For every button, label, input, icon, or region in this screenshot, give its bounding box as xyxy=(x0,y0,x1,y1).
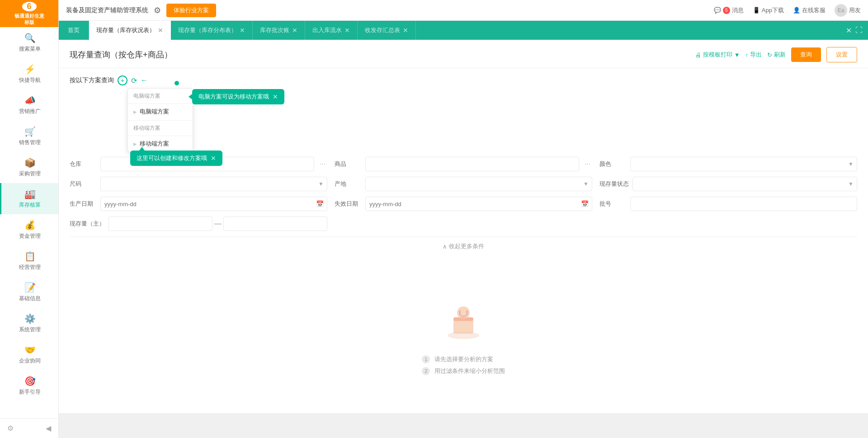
message-icon: 💬 xyxy=(714,7,721,14)
content-area: 现存量查询（按仓库+商品） 🖨 按模板打印 ▼ ↑ 导出 ↻ 刷新 xyxy=(59,40,868,438)
scheme-item-pc[interactable]: ▶ 电脑端方案 xyxy=(128,104,193,119)
scheme-group-mobile: 移动端方案 xyxy=(128,120,193,136)
search-icon: 🔍 xyxy=(24,33,36,43)
connector-dot xyxy=(175,81,179,85)
sidebar-item-warehouse[interactable]: 🏭 库存核算 xyxy=(0,183,58,214)
tab-spacer xyxy=(416,21,840,40)
print-arrow-icon: ▼ xyxy=(734,52,740,58)
close-all-tabs-icon[interactable]: ✕ xyxy=(846,26,852,35)
filter-field-stock-qty: 现存量（主） — xyxy=(70,217,327,231)
tab-batch-account[interactable]: 库存批次账 ✕ xyxy=(253,21,305,40)
message-button[interactable]: 💬 6 消息 xyxy=(714,6,744,14)
back-arrow-icon[interactable]: ← xyxy=(141,76,148,85)
scheme-item-mobile[interactable]: ▶ 移动端方案 xyxy=(128,136,193,151)
filter-row-4: 现存量（主） — xyxy=(70,217,857,231)
refresh-scheme-icon[interactable]: ⟳ xyxy=(131,76,137,85)
box-icon: 📦 xyxy=(24,157,36,168)
filter-row-2: 尺码 ▼ 产地 ▼ xyxy=(70,177,857,191)
sidebar-item-system[interactable]: ⚙️ 系统管理 xyxy=(0,308,58,339)
print-icon: 🖨 xyxy=(695,52,701,58)
origin-select[interactable] xyxy=(365,177,592,191)
settings-icon[interactable]: ⚙ xyxy=(7,424,14,433)
sidebar-item-enterprise[interactable]: 🤝 企业协同 xyxy=(0,339,58,370)
sidebar-item-management[interactable]: 📋 经营管理 xyxy=(0,245,58,277)
svg-point-3 xyxy=(457,306,470,319)
sidebar-item-marketing[interactable]: 📣 营销推广 xyxy=(0,89,58,121)
expire-date-start-input[interactable] xyxy=(365,197,592,211)
filter-header: 按以下方案查询 + ⟳ ← xyxy=(70,75,857,85)
tooltip-scheme-info: 电脑方案可设为移动方案哦 ✕ xyxy=(192,89,284,104)
main-area: 装备及固定资产辅助管理系统 ⚙ 体验行业方案 💬 6 消息 📱 App下载 👤 … xyxy=(59,0,868,438)
tab-summary[interactable]: 收发存汇总表 ✕ xyxy=(358,21,416,40)
tab-close-icon[interactable]: ✕ xyxy=(158,27,163,33)
filter-field-stock-status: 现存量状态 ▼ xyxy=(599,177,857,191)
goods-dots-icon[interactable]: ··· xyxy=(583,160,592,168)
app-download-button[interactable]: 📱 App下载 xyxy=(753,6,784,14)
empty-state: 1 请先选择要分析的方案 2 用过滤条件来缩小分析范围 xyxy=(59,263,868,413)
collapse-sidebar-icon[interactable]: ◀ xyxy=(46,424,51,433)
tab-close-icon[interactable]: ✕ xyxy=(240,27,245,33)
scheme-group-pc: 电脑端方案 xyxy=(128,89,193,104)
tab-close-icon[interactable]: ✕ xyxy=(292,27,297,33)
stock-qty-min-input[interactable] xyxy=(108,217,212,231)
color-select[interactable] xyxy=(630,157,857,171)
stock-status-select[interactable] xyxy=(632,177,857,191)
tooltip1-close-icon[interactable]: ✕ xyxy=(273,93,278,100)
tab-home[interactable]: 首页 xyxy=(59,21,89,40)
empty-tip-2: 2 用过滤条件来缩小分析范围 xyxy=(422,365,505,377)
scheme-list-dropdown: 电脑端方案 ▶ 电脑端方案 移动端方案 ▶ 移动端方案 xyxy=(127,88,193,152)
sidebar-item-guide[interactable]: 🎯 新手引导 xyxy=(0,370,58,401)
empty-tips: 1 请先选择要分析的方案 2 用过滤条件来缩小分析范围 xyxy=(422,353,505,377)
export-icon: ↑ xyxy=(745,52,749,58)
sidebar-item-sales[interactable]: 🛒 销售管理 xyxy=(0,121,58,152)
expire-calendar-icon[interactable]: 📅 xyxy=(581,200,589,207)
tooltip2-arrow xyxy=(139,147,145,151)
size-select[interactable] xyxy=(100,177,327,191)
tab-bar: 首页 现存量（库存状况表） ✕ 现存量（库存分布表） ✕ 库存批次账 ✕ 出入库… xyxy=(59,21,868,40)
megaphone-icon: 📣 xyxy=(24,95,36,106)
sidebar-item-search[interactable]: 🔍 搜索菜单 xyxy=(0,27,58,58)
tooltip-create-scheme: 这里可以创建和修改方案哦 ✕ xyxy=(130,151,222,166)
collapse-bar[interactable]: ∧ 收起更多条件 xyxy=(70,236,857,256)
tab-stock-distribution[interactable]: 现存量（库存分布表） ✕ xyxy=(171,21,253,40)
tab-inout-flow[interactable]: 出入库流水 ✕ xyxy=(305,21,358,40)
sidebar-item-finance[interactable]: 💰 资金管理 xyxy=(0,214,58,245)
tooltip2-close-icon[interactable]: ✕ xyxy=(211,155,216,162)
logo-icon: 6 xyxy=(22,2,37,11)
reset-button[interactable]: 设置 xyxy=(826,47,857,62)
sidebar-item-basic-info[interactable]: 📝 基础信息 xyxy=(0,277,58,308)
user-button[interactable]: Ea 用友 xyxy=(835,4,861,17)
print-button[interactable]: 🖨 按模板打印 ▼ xyxy=(695,51,740,59)
tab-stock-status[interactable]: 现存量（库存状况表） ✕ xyxy=(89,21,171,40)
app-logo: 6 畅通通好生意 标版 xyxy=(0,0,58,27)
sidebar-item-quick-nav[interactable]: ⚡ 快捷导航 xyxy=(0,58,58,89)
stock-qty-max-input[interactable] xyxy=(223,217,327,231)
tab-actions: ✕ ⛶ xyxy=(840,21,868,40)
stock-qty-range: — xyxy=(108,217,327,231)
arrow-right-icon: ▶ xyxy=(133,109,137,114)
export-button[interactable]: ↑ 导出 xyxy=(745,51,762,59)
settings-gear-icon[interactable]: ⚙ xyxy=(154,5,161,15)
calendar-icon[interactable]: 📅 xyxy=(316,200,324,207)
filter-field-color: 颜色 ▼ xyxy=(599,157,857,171)
batch-input[interactable] xyxy=(630,197,857,211)
collapse-label: 收起更多条件 xyxy=(449,242,484,250)
tooltip2-text: 这里可以创建和修改方案哦 xyxy=(137,154,207,162)
filter-field-batch: 批号 xyxy=(599,197,857,211)
message-badge: 6 xyxy=(723,7,730,14)
refresh-button[interactable]: ↻ 刷新 xyxy=(767,51,786,59)
query-button[interactable]: 查询 xyxy=(791,47,821,62)
sidebar-item-purchase[interactable]: 📦 采购管理 xyxy=(0,152,58,183)
empty-tip-1: 1 请先选择要分析的方案 xyxy=(422,353,505,365)
online-support-button[interactable]: 👤 在线客服 xyxy=(793,6,826,14)
produce-date-start-input[interactable] xyxy=(100,197,327,211)
tab-close-icon[interactable]: ✕ xyxy=(344,27,350,33)
industry-plan-button[interactable]: 体验行业方案 xyxy=(166,4,216,17)
page-container: 现存量查询（按仓库+商品） 🖨 按模板打印 ▼ ↑ 导出 ↻ 刷新 xyxy=(59,40,868,413)
add-scheme-button[interactable]: + xyxy=(118,75,127,85)
page-actions: 🖨 按模板打印 ▼ ↑ 导出 ↻ 刷新 查询 设置 xyxy=(695,47,857,62)
tab-close-icon[interactable]: ✕ xyxy=(403,27,408,33)
warehouse-dots-icon[interactable]: ··· xyxy=(318,160,327,168)
maximize-icon[interactable]: ⛶ xyxy=(855,26,863,34)
header-left: 装备及固定资产辅助管理系统 ⚙ 体验行业方案 xyxy=(66,4,216,17)
